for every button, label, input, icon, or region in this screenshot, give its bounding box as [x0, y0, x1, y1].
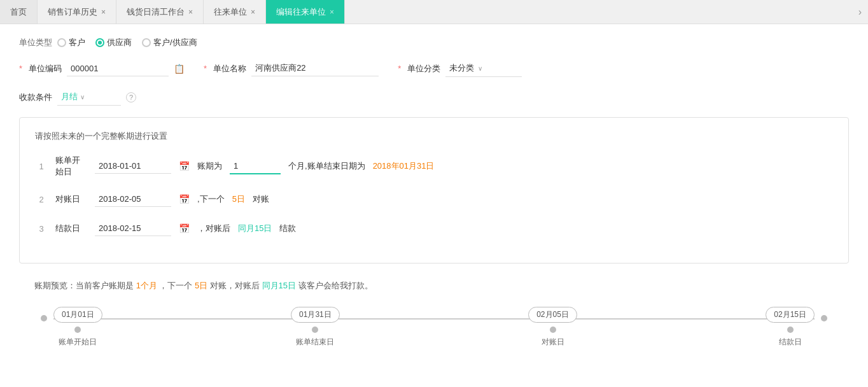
period-date-input-3[interactable]: [95, 221, 171, 236]
period-row-3: 3 结款日 📅 ，对账后 同月15日 结款: [35, 221, 833, 236]
timeline-container: 01月01日 账单开始日 01月31日 账单结束日 02月05日: [34, 307, 834, 348]
calendar-icon-code[interactable]: 📋: [174, 64, 185, 74]
tl-bubble-1: 01月31日: [291, 307, 340, 323]
tab-partner-close[interactable]: ×: [251, 8, 255, 17]
payment-condition-row: 收款条件 月结 ∨ ?: [19, 88, 849, 106]
period-month-input[interactable]: [230, 158, 281, 174]
category-chevron-icon: ∨: [478, 65, 482, 72]
unit-info-row: * 单位编码 📋 * 单位名称 * 单位分类 未分类 ∨: [19, 60, 849, 77]
preview-highlight3: 同月15日: [262, 281, 296, 290]
radio-supplier-label: 供应商: [107, 37, 132, 48]
tab-partner[interactable]: 往来单位 ×: [204, 0, 266, 24]
period-highlight-3: 同月15日: [238, 223, 272, 234]
tab-edit-partner[interactable]: 编辑往来单位 ×: [266, 0, 345, 24]
period-row-1: 1 账单开始日 📅 账期为 个月,账单结束日期为 2018年01月31日: [35, 155, 833, 178]
radio-both-circle: [142, 38, 151, 47]
unit-type-group: 单位类型 客户 供应商 客户/供应商: [19, 37, 197, 48]
unit-code-input[interactable]: [67, 61, 169, 76]
preview-text: 账期预览：当前客户账期是 1个月 ，下一个 5日 对账，对账后 同月15日 该客…: [34, 280, 834, 292]
tl-label-0: 账单开始日: [59, 337, 97, 348]
tab-partner-label: 往来单位: [214, 6, 247, 18]
period-label-2: 对账日: [55, 194, 87, 205]
unit-type-label: 单位类型: [19, 37, 52, 48]
radio-supplier-circle: [95, 38, 104, 47]
tab-scroll-right[interactable]: ›: [852, 0, 868, 24]
tl-bubble-3: 02月15日: [766, 307, 815, 323]
calendar-icon-3[interactable]: 📅: [179, 223, 190, 234]
tab-home-label: 首页: [10, 6, 27, 18]
tab-sales-order-label: 销售订单历史: [48, 6, 97, 18]
period-label-3: 结款日: [55, 223, 87, 234]
payment-condition-label: 收款条件: [19, 92, 52, 103]
tl-dot-3: [787, 327, 794, 333]
preview-section: 账期预览：当前客户账期是 1个月 ，下一个 5日 对账，对账后 同月15日 该客…: [19, 270, 849, 358]
radio-both[interactable]: 客户/供应商: [142, 37, 197, 48]
main-content: 单位类型 客户 供应商 客户/供应商 * 单位编码: [0, 24, 868, 387]
preview-highlight2: 5日: [195, 281, 207, 290]
radio-customer[interactable]: 客户: [57, 37, 85, 48]
help-icon[interactable]: ?: [126, 92, 136, 102]
preview-highlight1: 1个月: [136, 281, 157, 290]
unit-type-row: 单位类型 客户 供应商 客户/供应商: [19, 37, 849, 48]
payment-condition-group: 收款条件 月结 ∨ ?: [19, 88, 136, 106]
tab-bar: 首页 销售订单历史 × 钱货日清工作台 × 往来单位 × 编辑往来单位 × ›: [0, 0, 868, 24]
unit-code-group: * 单位编码 📋: [19, 61, 185, 76]
period-end-date-highlight: 2018年01月31日: [373, 160, 435, 172]
period-month-unit: 个月,账单结束日期为: [288, 160, 365, 172]
preview-prefix: 账期预览：当前客户账期是: [34, 281, 134, 290]
tl-bubble-0: 01月01日: [53, 307, 102, 323]
payment-condition-select[interactable]: 月结 ∨: [57, 88, 121, 106]
tl-label-3: 结款日: [779, 337, 802, 348]
period-suffix-2: 对账: [253, 194, 269, 205]
tab-sales-order[interactable]: 销售订单历史 ×: [38, 0, 116, 24]
period-num-1: 1: [35, 162, 48, 171]
tl-label-2: 对账日: [542, 337, 564, 348]
preview-suffix: 该客户会给我打款。: [298, 281, 373, 290]
timeline-point-0: 01月01日 账单开始日: [53, 307, 102, 348]
period-prefix-2: ,下一个: [197, 194, 225, 205]
period-highlight-2: 5日: [232, 194, 245, 205]
unit-name-group: * 单位名称: [204, 61, 379, 76]
tab-cash-work[interactable]: 钱货日清工作台 ×: [116, 0, 204, 24]
timeline-point-2: 02月05日 对账日: [528, 307, 577, 348]
unit-type-radio-group: 客户 供应商 客户/供应商: [57, 37, 197, 48]
tab-cash-work-label: 钱货日清工作台: [127, 6, 185, 18]
tab-sales-order-close[interactable]: ×: [101, 8, 106, 17]
period-instruction: 请按照未来的一个完整帐期进行设置: [35, 130, 833, 142]
tl-dot-0: [74, 327, 81, 333]
radio-customer-label: 客户: [69, 37, 85, 48]
timeline-start-dot: [41, 315, 47, 321]
period-row-2: 2 对账日 📅 ,下一个 5日 对账: [35, 192, 833, 207]
tab-home[interactable]: 首页: [0, 0, 38, 24]
period-date-input-1[interactable]: [95, 158, 171, 174]
unit-code-label: 单位编码: [29, 63, 62, 74]
tab-cash-work-close[interactable]: ×: [188, 8, 193, 17]
tl-dot-2: [550, 327, 556, 333]
calendar-icon-2[interactable]: 📅: [179, 194, 190, 204]
calendar-icon-1[interactable]: 📅: [179, 161, 190, 171]
tl-date-1: 01月31日: [299, 310, 332, 319]
timeline-end-dot: [821, 315, 827, 321]
period-settings-box: 请按照未来的一个完整帐期进行设置 1 账单开始日 📅 账期为 个月,账单结束日期…: [19, 117, 849, 264]
period-label-1: 账单开始日: [55, 155, 87, 178]
unit-category-value: 未分类: [449, 62, 474, 74]
period-suffix-1: 账期为: [197, 160, 222, 172]
preview-mid1: ，下一个: [159, 281, 192, 290]
tl-date-3: 02月15日: [774, 310, 806, 319]
radio-supplier[interactable]: 供应商: [95, 37, 132, 48]
tl-date-0: 01月01日: [62, 310, 94, 319]
tl-dot-1: [312, 327, 318, 333]
payment-condition-value: 月结: [61, 91, 78, 102]
tab-edit-partner-close[interactable]: ×: [330, 8, 334, 17]
unit-name-label: 单位名称: [213, 63, 246, 74]
unit-category-group: * 单位分类 未分类 ∨: [398, 60, 522, 77]
tab-edit-partner-label: 编辑往来单位: [276, 6, 326, 18]
unit-name-input[interactable]: [251, 61, 379, 76]
unit-code-required: *: [19, 64, 22, 73]
period-num-2: 2: [35, 195, 48, 204]
preview-mid2: 对账，对账后: [210, 281, 260, 290]
period-date-input-2[interactable]: [95, 192, 171, 207]
unit-category-select[interactable]: 未分类 ∨: [445, 60, 522, 77]
unit-category-label: 单位分类: [407, 63, 440, 74]
unit-name-required: *: [204, 64, 207, 73]
